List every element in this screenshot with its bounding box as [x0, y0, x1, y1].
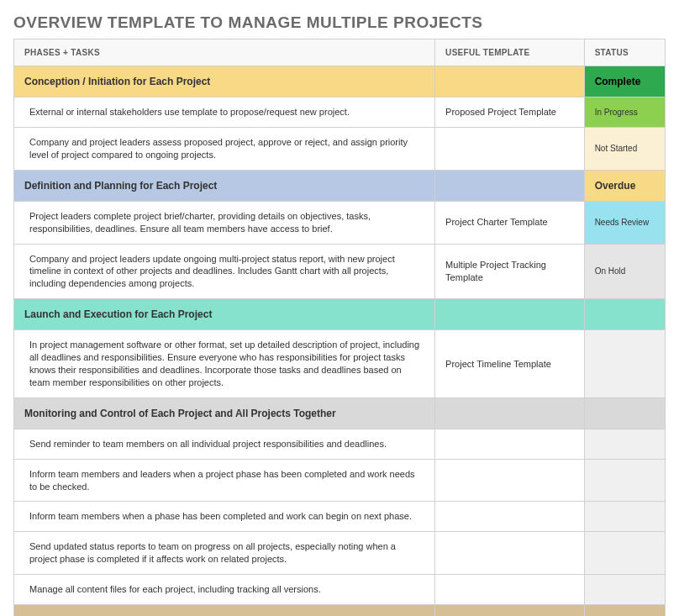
phases-cell: Send updated status reports to team on p… [14, 532, 435, 575]
status-cell: In Progress [584, 97, 665, 128]
table-row: Inform team members when a phase has bee… [14, 502, 666, 532]
header-status: STATUS [584, 39, 665, 66]
phases-cell: Conception / Initiation for Each Project [14, 66, 435, 97]
template-cell [435, 398, 585, 429]
status-cell [584, 574, 665, 604]
table-header-row: PHASES + TASKS USEFUL TEMPLATE STATUS [14, 39, 666, 66]
page-title: OVERVIEW TEMPLATE TO MANAGE MULTIPLE PRO… [13, 13, 666, 32]
phase-row: Definition and Planning for Each Project… [14, 170, 666, 201]
table-row: Company and project leaders update ongoi… [14, 244, 666, 299]
template-cell [435, 128, 585, 171]
template-cell: Project Timeline Template [435, 330, 585, 398]
table-row: Project leaders complete project brief/c… [14, 201, 666, 244]
template-cell [435, 429, 585, 459]
table-row: In project management software or other … [14, 330, 666, 398]
status-cell [584, 398, 665, 429]
template-cell: Project Charter Template [435, 201, 585, 244]
phases-cell: In project management software or other … [14, 330, 435, 398]
template-cell: Proposed Project Template [435, 97, 585, 128]
template-cell [435, 574, 585, 604]
phases-cell: Project Close [14, 604, 435, 616]
template-cell [435, 502, 585, 532]
projects-table: PHASES + TASKS USEFUL TEMPLATE STATUS Co… [13, 39, 666, 616]
phases-cell: Project leaders complete project brief/c… [14, 201, 435, 244]
phase-row: Conception / Initiation for Each Project… [14, 66, 666, 97]
status-cell: Not Started [584, 128, 665, 171]
template-cell [435, 604, 585, 616]
template-cell: Multiple Project Tracking Template [435, 244, 585, 299]
template-cell [435, 459, 585, 502]
table-row: Send updated status reports to team on p… [14, 532, 666, 575]
table-row: Send reminder to team members on all ind… [14, 429, 666, 459]
status-cell [584, 502, 665, 532]
phase-row: Launch and Execution for Each Project [14, 299, 666, 330]
template-cell [435, 170, 585, 201]
phases-cell: Manage all content files for each projec… [14, 574, 435, 604]
status-cell [584, 532, 665, 575]
phase-row: Project Close [14, 604, 666, 616]
phase-row: Monitoring and Control of Each Project a… [14, 398, 666, 429]
status-cell [584, 459, 665, 502]
phases-cell: Company and project leaders assess propo… [14, 128, 435, 171]
phases-cell: External or internal stakeholders use te… [14, 97, 435, 128]
template-cell [435, 66, 585, 97]
header-template: USEFUL TEMPLATE [435, 39, 585, 66]
table-row: Inform team members and leaders when a p… [14, 459, 666, 502]
status-cell [584, 604, 665, 616]
status-cell: Needs Review [584, 201, 665, 244]
phases-cell: Definition and Planning for Each Project [14, 170, 435, 201]
phases-cell: Launch and Execution for Each Project [14, 299, 435, 330]
phases-cell: Inform team members and leaders when a p… [14, 459, 435, 502]
status-cell: Overdue [584, 170, 665, 201]
template-cell [435, 299, 585, 330]
phases-cell: Company and project leaders update ongoi… [14, 244, 435, 299]
status-cell [584, 299, 665, 330]
status-cell [584, 429, 665, 459]
template-cell [435, 532, 585, 575]
table-row: Company and project leaders assess propo… [14, 128, 666, 171]
status-cell: Complete [584, 66, 665, 97]
phases-cell: Inform team members when a phase has bee… [14, 502, 435, 532]
header-phases: PHASES + TASKS [14, 39, 435, 66]
table-row: Manage all content files for each projec… [14, 574, 666, 604]
table-row: External or internal stakeholders use te… [14, 97, 666, 128]
phases-cell: Send reminder to team members on all ind… [14, 429, 435, 459]
status-cell [584, 330, 665, 398]
phases-cell: Monitoring and Control of Each Project a… [14, 398, 435, 429]
status-cell: On Hold [584, 244, 665, 299]
